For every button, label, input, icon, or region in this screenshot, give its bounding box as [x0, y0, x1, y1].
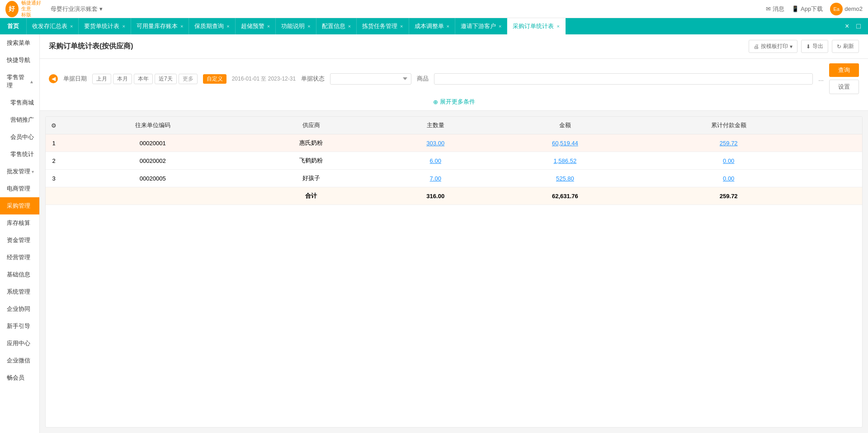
main-layout: 搜索菜单 快捷导航 零售管理 ▲ 零售商城 营销推广 会员中心 零售统计 批发管…: [0, 34, 868, 433]
row-supplier: 飞鹤奶粉: [244, 152, 379, 170]
row-paid[interactable]: 259.72: [638, 134, 820, 152]
expand-more-btn[interactable]: ⊕ 展开更多条件: [433, 98, 475, 106]
close-all-btn[interactable]: ×: [843, 22, 851, 30]
shortcut-last-month[interactable]: 上月: [92, 74, 111, 84]
print-icon: 🖨: [754, 43, 759, 50]
tab-close-icon[interactable]: ×: [267, 24, 270, 29]
shortcut-this-year[interactable]: 本年: [134, 74, 153, 84]
tab-close-icon[interactable]: ×: [180, 24, 183, 29]
tab-config[interactable]: 配置信息 ×: [316, 18, 357, 34]
sidebar-item-enterprise-wechat[interactable]: 企业微信: [0, 352, 39, 369]
message-btn[interactable]: ✉ 消息: [766, 5, 784, 13]
workspace-selector[interactable]: 母婴行业演示账套 ▾: [51, 5, 104, 13]
row-qty[interactable]: 6.00: [379, 152, 492, 170]
shortcut-more[interactable]: 更多: [179, 74, 198, 84]
tab-func-desc[interactable]: 功能说明 ×: [276, 18, 316, 34]
col-code: 往来单位编码: [62, 117, 244, 134]
sidebar-item-retail-mall[interactable]: 零售商城: [0, 94, 39, 111]
tab-order-stats[interactable]: 要货单统计表 ×: [79, 18, 131, 34]
footer-empty-1: [46, 187, 62, 205]
row-code: 00020002: [62, 152, 244, 170]
tab-close-icon[interactable]: ×: [70, 24, 73, 29]
shortcut-this-month[interactable]: 本月: [113, 74, 132, 84]
row-qty[interactable]: 7.00: [379, 170, 492, 187]
tab-close-icon[interactable]: ×: [122, 24, 125, 29]
footer-qty: 316.00: [379, 187, 492, 205]
footer-amount: 62,631.76: [492, 187, 638, 205]
filter-row-1: ◀ 单据日期 上月 本月 本年 近7天 更多 自定义 2016-01-01 至 …: [49, 63, 859, 94]
more-fields-btn[interactable]: ...: [818, 75, 824, 82]
table-row: 2 00020002 飞鹤奶粉 6.00 1,586.52 0.00: [46, 152, 862, 170]
query-btn[interactable]: 查询: [829, 63, 859, 77]
row-amount[interactable]: 1,586.52: [492, 152, 638, 170]
sidebar-item-sys-mgmt[interactable]: 系统管理: [0, 283, 39, 300]
user-menu[interactable]: Ea demo2: [830, 3, 863, 15]
row-paid[interactable]: 0.00: [638, 170, 820, 187]
row-amount[interactable]: 525.80: [492, 170, 638, 187]
sidebar-item-operations[interactable]: 经营管理: [0, 249, 39, 266]
tab-close-icon[interactable]: ×: [226, 24, 229, 29]
tab-home[interactable]: 首页: [0, 18, 27, 34]
status-select[interactable]: [330, 73, 411, 85]
collapse-btn[interactable]: ◀: [49, 74, 58, 83]
tab-close-icon[interactable]: ×: [348, 24, 351, 29]
tab-close-icon[interactable]: ×: [307, 24, 310, 29]
sidebar-item-finance[interactable]: 资金管理: [0, 232, 39, 249]
shortcut-7days[interactable]: 近7天: [155, 74, 177, 84]
filter-actions: 查询 设置: [829, 63, 859, 94]
goods-input[interactable]: [434, 73, 813, 85]
col-settings[interactable]: ⚙: [46, 117, 62, 134]
sidebar-item-member-center[interactable]: 会员中心: [0, 128, 39, 146]
filter-row-expand: ⊕ 展开更多条件: [49, 98, 859, 106]
date-shortcuts: 上月 本月 本年 近7天 更多: [92, 74, 198, 84]
table-row: 3 00020005 好孩子 7.00 525.80 0.00: [46, 170, 862, 187]
sidebar-item-purchase-mgmt[interactable]: 采购管理: [0, 197, 39, 214]
footer-paid: 259.72: [638, 187, 820, 205]
sidebar-item-search[interactable]: 搜索菜单: [0, 34, 39, 52]
sidebar-item-wholesale[interactable]: 批发管理 ▾: [0, 163, 39, 180]
sidebar-item-enterprise-collab[interactable]: 企业协同: [0, 300, 39, 318]
top-right-actions: ✉ 消息 📱 App下载 Ea demo2: [766, 3, 863, 15]
row-empty: [819, 134, 862, 152]
expand-btn[interactable]: □: [854, 22, 863, 30]
tab-available-stock[interactable]: 可用量库存账本 ×: [131, 18, 189, 34]
sidebar-item-member[interactable]: 畅会员: [0, 369, 39, 386]
tab-close-icon[interactable]: ×: [499, 24, 501, 29]
tab-cost-adjust[interactable]: 成本调整单 ×: [409, 18, 455, 34]
row-amount[interactable]: 60,519.44: [492, 134, 638, 152]
sidebar-item-new-guide[interactable]: 新手引导: [0, 318, 39, 335]
tab-close-icon[interactable]: ×: [447, 24, 449, 29]
tab-purchase-stats[interactable]: 采购订单统计表 ×: [507, 18, 565, 34]
tab-overstock[interactable]: 超储预警 ×: [236, 18, 276, 34]
row-empty: [819, 152, 862, 170]
tab-invite-downstream[interactable]: 邀请下游客户 ×: [455, 18, 507, 34]
sidebar-item-marketing[interactable]: 营销推广: [0, 111, 39, 128]
table-area: ⚙ 往来单位编码 供应商 主数量 金额 累计付款金额 1 00020001 惠氏…: [45, 116, 863, 428]
row-paid[interactable]: 0.00: [638, 152, 820, 170]
tab-close-icon[interactable]: ×: [557, 24, 559, 29]
tab-shelf-life[interactable]: 保质期查询 ×: [189, 18, 235, 34]
sidebar-item-app-center[interactable]: 应用中心: [0, 335, 39, 352]
page-header: 采购订单统计表(按供应商) 🖨 按模板打印 ▾ ⬇ 导出 ↻ 刷新: [40, 34, 868, 59]
col-empty: [819, 117, 862, 134]
refresh-btn[interactable]: ↻ 刷新: [832, 40, 859, 53]
table-footer: 合计 316.00 62,631.76 259.72: [46, 187, 862, 205]
sidebar-item-retail-mgmt[interactable]: 零售管理 ▲: [0, 69, 39, 94]
app-download-btn[interactable]: 📱 App下载: [792, 5, 823, 13]
custom-date-badge[interactable]: 自定义: [203, 74, 226, 84]
export-btn[interactable]: ⬇ 导出: [801, 40, 828, 53]
sidebar-item-basic-info[interactable]: 基础信息: [0, 266, 39, 283]
sidebar-item-retail-stats[interactable]: 零售统计: [0, 146, 39, 163]
tab-close-icon[interactable]: ×: [400, 24, 403, 29]
col-qty: 主数量: [379, 117, 492, 134]
settings-btn[interactable]: 设置: [829, 80, 859, 94]
tab-collect-pay[interactable]: 收发存汇总表 ×: [27, 18, 79, 34]
sidebar: 搜索菜单 快捷导航 零售管理 ▲ 零售商城 营销推广 会员中心 零售统计 批发管…: [0, 34, 40, 433]
sidebar-item-inventory[interactable]: 库存核算: [0, 214, 39, 232]
print-btn[interactable]: 🖨 按模板打印 ▾: [749, 40, 797, 53]
row-qty[interactable]: 303.00: [379, 134, 492, 152]
sidebar-item-quick-nav[interactable]: 快捷导航: [0, 52, 39, 69]
tab-pick-task[interactable]: 拣货任务管理 ×: [357, 18, 409, 34]
sidebar-item-ecommerce[interactable]: 电商管理: [0, 180, 39, 197]
nav-tabs: 首页 收发存汇总表 × 要货单统计表 × 可用量库存账本 × 保质期查询 × 超…: [0, 18, 868, 34]
